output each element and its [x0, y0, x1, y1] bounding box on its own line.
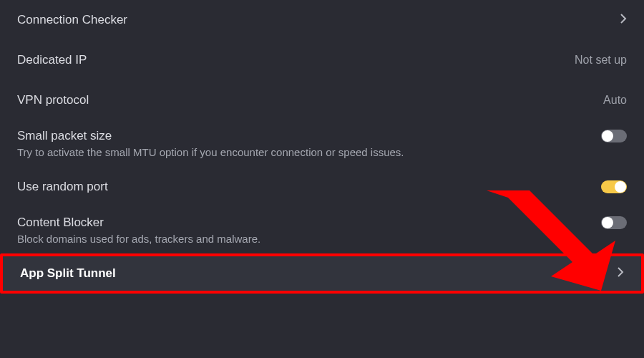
- small-packet-row: Small packet size Try to activate the sm…: [0, 120, 644, 167]
- small-packet-toggle[interactable]: [601, 130, 627, 142]
- vpn-protocol-row[interactable]: VPN protocol Auto: [0, 80, 644, 120]
- dedicated-ip-row[interactable]: Dedicated IP Not set up: [0, 40, 644, 80]
- app-split-tunnel-row[interactable]: App Split Tunnel: [0, 253, 644, 294]
- content-blocker-row: Content Blocker Block domains used for a…: [0, 207, 644, 253]
- connection-checker-label: Connection Checker: [17, 13, 127, 27]
- app-split-tunnel-label: App Split Tunnel: [20, 266, 116, 281]
- content-blocker-toggle[interactable]: [601, 216, 627, 229]
- chevron-right-icon: [617, 266, 624, 281]
- random-port-label: Use random port: [17, 180, 108, 194]
- content-blocker-label: Content Blocker: [17, 216, 104, 230]
- vpn-protocol-label: VPN protocol: [17, 93, 89, 107]
- connection-checker-row[interactable]: Connection Checker: [0, 0, 644, 40]
- small-packet-label: Small packet size: [17, 129, 112, 143]
- random-port-toggle[interactable]: [601, 180, 627, 193]
- vpn-protocol-value: Auto: [603, 94, 627, 107]
- small-packet-sub: Try to activate the small MTU option if …: [17, 146, 404, 158]
- content-blocker-sub: Block domains used for ads, trackers and…: [17, 233, 260, 245]
- dedicated-ip-value: Not set up: [575, 54, 627, 67]
- dedicated-ip-label: Dedicated IP: [17, 53, 87, 67]
- random-port-row: Use random port: [0, 167, 644, 207]
- chevron-right-icon: [620, 13, 627, 27]
